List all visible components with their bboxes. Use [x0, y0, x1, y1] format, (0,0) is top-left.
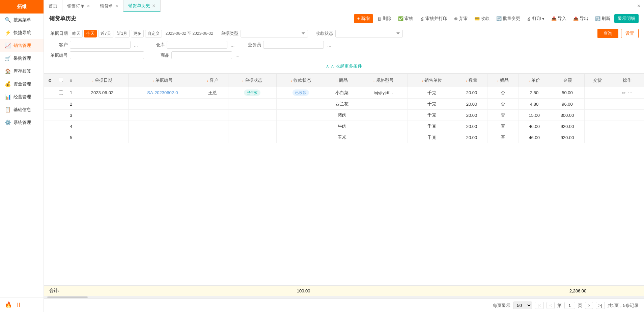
- tab-sales-goods-label: 销货单: [100, 3, 113, 9]
- salesman-input[interactable]: [263, 41, 324, 49]
- print-button[interactable]: 🖨 打印 ▾: [524, 14, 547, 23]
- query-button[interactable]: 查询: [597, 29, 618, 38]
- collection-status-column-header: ↕ 收款状态: [277, 74, 325, 87]
- doc-date-column-header: ↕ 单据日期: [76, 74, 129, 87]
- date-btn-1month[interactable]: 近1月: [115, 30, 130, 37]
- import-button[interactable]: 📥 导入: [549, 14, 569, 23]
- select-all-checkbox[interactable]: [59, 78, 63, 82]
- sort-goods-icon[interactable]: ↕: [336, 79, 338, 82]
- sidebar-item-purchase-mgmt[interactable]: 🛒 采购管理: [0, 52, 44, 65]
- export-button[interactable]: 📤 导出: [570, 14, 591, 23]
- collection-status-select[interactable]: [335, 30, 403, 37]
- sidebar-item-quick-nav[interactable]: ⚡ 快捷导航: [0, 26, 44, 39]
- row-unit-cell: 千克: [408, 87, 456, 99]
- collect-button[interactable]: 💳 收款: [472, 14, 492, 23]
- delete-button[interactable]: 🗑 删除: [374, 14, 394, 23]
- sidebar-item-search-menu[interactable]: 🔍 搜索菜单: [0, 14, 44, 26]
- sidebar-item-sales-mgmt[interactable]: 📈 销售管理: [0, 39, 44, 52]
- tab-home[interactable]: 首页: [44, 0, 62, 12]
- warehouse-input[interactable]: [167, 41, 227, 49]
- sort-price-icon[interactable]: ↕: [528, 79, 530, 82]
- sidebar-item-sys-mgmt[interactable]: ⚙️ 系统管理: [0, 116, 44, 129]
- footer-total-qty: 100.00: [297, 288, 310, 293]
- sidebar-item-base-info[interactable]: 📋 基础信息: [0, 103, 44, 116]
- salesman-label: 业务员: [243, 42, 261, 48]
- refresh-button[interactable]: 🔃 刷新: [592, 14, 613, 23]
- tab-sales-history[interactable]: 销货单历史 ✕: [123, 0, 161, 12]
- customer-input[interactable]: [70, 41, 131, 49]
- sort-unit-icon[interactable]: ↕: [422, 79, 423, 82]
- sidebar-item-ops-mgmt[interactable]: 📊 经营管理: [0, 90, 44, 103]
- row-checkbox[interactable]: [59, 90, 63, 95]
- salesman-ellipsis-button[interactable]: ...: [326, 42, 333, 48]
- sort-doc-status-icon[interactable]: ↕: [242, 79, 244, 82]
- batch-change-button[interactable]: 🔄 批量变更: [494, 14, 523, 23]
- abandon-button[interactable]: ⊗ 弃审: [451, 14, 470, 23]
- doc-no-input[interactable]: [70, 51, 144, 59]
- collapse-text: ∧ 收起更多条件: [331, 63, 362, 69]
- audit-print-icon: 🖨: [420, 16, 424, 21]
- close-all-tabs-icon[interactable]: ✕: [637, 3, 641, 8]
- export-icon: 📤: [573, 16, 579, 21]
- sort-doc-no-icon[interactable]: ↕: [152, 79, 154, 82]
- goods-input[interactable]: [171, 51, 232, 59]
- fire-icon[interactable]: 🔥: [5, 301, 12, 309]
- audit-button[interactable]: ✅ 审核: [395, 14, 416, 23]
- date-btn-yesterday[interactable]: 昨天: [70, 30, 83, 37]
- sort-collection-icon[interactable]: ↕: [290, 79, 292, 82]
- audit-print-button[interactable]: 🖨 审核并打印: [417, 14, 450, 23]
- pause-icon[interactable]: ⏸: [16, 302, 22, 309]
- page-number-input[interactable]: [564, 302, 575, 309]
- close-tab-sales-goods-icon[interactable]: ✕: [115, 4, 118, 8]
- date-btn-custom[interactable]: 自定义: [145, 30, 162, 37]
- date-btn-more[interactable]: 更多: [131, 30, 144, 37]
- customer-ellipsis-button[interactable]: ...: [133, 42, 139, 48]
- sort-qty-icon[interactable]: ↕: [466, 79, 468, 82]
- row-doc-date-cell: 2023-06-02: [76, 87, 129, 99]
- tab-sales-goods[interactable]: 销货单 ✕: [95, 0, 123, 12]
- date-btn-7days[interactable]: 近7天: [98, 30, 113, 37]
- row-goods-cell: 猪肉: [325, 110, 359, 121]
- close-tab-sales-order-icon[interactable]: ✕: [87, 4, 90, 8]
- goods-ellipsis-button[interactable]: ...: [234, 53, 241, 58]
- first-page-button[interactable]: |<: [535, 302, 544, 309]
- row-doc-status-cell: [228, 110, 277, 121]
- sort-customer-icon[interactable]: ↕: [206, 79, 208, 82]
- last-page-button[interactable]: >|: [596, 302, 605, 309]
- row-amount-cell: 920.00: [550, 121, 585, 132]
- sidebar-item-fund-mgmt[interactable]: 💰 资金管理: [0, 78, 44, 90]
- print-dropdown-icon[interactable]: ▾: [542, 16, 544, 21]
- new-button[interactable]: + 新增: [354, 14, 373, 23]
- prev-page-button[interactable]: <: [547, 302, 555, 309]
- row-doc-date-cell: [76, 132, 129, 143]
- sort-spec-icon[interactable]: ↕: [373, 79, 375, 82]
- sort-doc-date-icon[interactable]: ↕: [92, 79, 94, 82]
- sort-gift-icon[interactable]: ↕: [497, 79, 499, 82]
- doc-no-link[interactable]: SA-20230602-0: [147, 90, 178, 95]
- show-detail-button[interactable]: 显示明细: [614, 14, 639, 23]
- row-unit-price-cell: 46.00: [519, 132, 550, 143]
- edit-icon[interactable]: ✏: [622, 90, 626, 96]
- sidebar-item-inventory-calc[interactable]: 🏠 库存核算: [0, 65, 44, 78]
- close-tab-sales-history-icon[interactable]: ✕: [152, 3, 156, 8]
- horizontal-scrollbar[interactable]: [44, 296, 644, 298]
- next-page-button[interactable]: >: [585, 302, 593, 309]
- more-icon[interactable]: ⋯: [628, 90, 633, 96]
- row-spec-cell: [359, 99, 408, 110]
- goods-column-header: ↕ 商品: [325, 74, 359, 87]
- data-table: ⚙ # ↕ 单据日期 ↕ 单据编号 ↕ 客户: [44, 74, 644, 143]
- setting-button[interactable]: 设置: [621, 29, 639, 38]
- tab-sales-order[interactable]: 销售订单 ✕: [62, 0, 95, 12]
- row-customer-cell: [197, 99, 228, 110]
- column-settings-icon[interactable]: ⚙: [46, 77, 54, 84]
- per-page-select[interactable]: 50 100: [513, 302, 532, 309]
- warehouse-ellipsis-button[interactable]: ...: [229, 42, 236, 48]
- doc-type-select[interactable]: [241, 30, 308, 37]
- row-doc-date-cell: [76, 121, 129, 132]
- ops-icon: 📊: [5, 94, 11, 100]
- sidebar-item-label: 库存核算: [13, 68, 31, 74]
- date-btn-today[interactable]: 今天: [84, 30, 97, 37]
- row-amount-cell: 96.00: [550, 99, 585, 110]
- collapse-button[interactable]: ∧ ∧ 收起更多条件: [49, 62, 639, 71]
- row-no-cell: 2: [66, 99, 76, 110]
